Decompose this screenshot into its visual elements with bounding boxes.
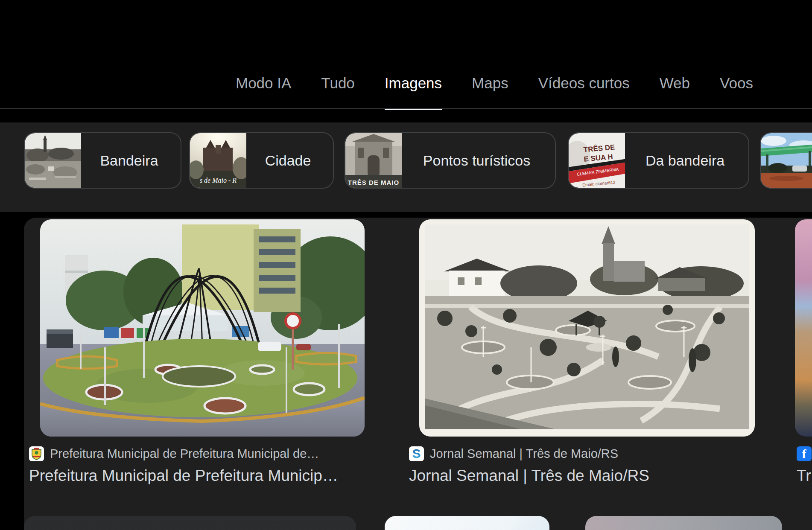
search-tabs: Modo IA Tudo Imagens Maps Vídeos curtos …	[236, 73, 753, 108]
result-1-source: Prefeitura Municipal de Prefeitura Munic…	[50, 447, 319, 461]
tab-tudo[interactable]: Tudo	[321, 73, 354, 110]
result-3-title[interactable]: Tr	[797, 467, 811, 485]
chip-da-bandeira-label: Da bandeira	[625, 152, 748, 169]
chip-pontos-turisticos-label: Pontos turísticos	[402, 152, 555, 169]
tab-modo-ia[interactable]: Modo IA	[236, 73, 291, 110]
header: Modo IA Tudo Imagens Maps Vídeos curtos …	[0, 0, 812, 122]
tab-imagens[interactable]: Imagens	[385, 73, 442, 110]
result-1-source-row[interactable]: Prefeitura Municipal de Prefeitura Munic…	[29, 446, 319, 461]
google-images-results-page: { "nav": { "tabs": [ {"label": "Modo IA"…	[0, 0, 812, 530]
image-results-grid: Prefeitura Municipal de Prefeitura Munic…	[24, 218, 812, 530]
related-filter-chips-bar: Bandeira s de Maio - R Cidade	[0, 122, 812, 212]
facebook-icon: f	[797, 446, 812, 461]
svg-text:S: S	[412, 446, 421, 460]
chip-bandeira[interactable]: Bandeira	[24, 132, 181, 189]
tab-maps[interactable]: Maps	[472, 73, 508, 110]
chip-pontos-turisticos[interactable]: TRÊS DE MAIO Pontos turísticos	[345, 132, 556, 189]
cidade-thumbnail-icon: s de Maio - R	[190, 133, 246, 188]
bandeira-thumbnail-icon	[25, 133, 81, 188]
header-divider	[0, 108, 812, 109]
tab-web[interactable]: Web	[660, 73, 690, 110]
jornal-semanal-s-icon: S	[409, 446, 424, 461]
chip-da-bandeira[interactable]: TRÊS DE E SUA H CLEMAR ZIMMERMA Email: c…	[568, 132, 749, 189]
chip-cidade[interactable]: s de Maio - R Cidade	[189, 132, 334, 189]
svg-text:s de Maio - R: s de Maio - R	[200, 177, 237, 184]
result-2-photo-park-bw[interactable]	[419, 219, 755, 437]
municipal-crest-icon	[29, 446, 44, 461]
chip-bandeira-label: Bandeira	[81, 152, 181, 169]
result-2-source: Jornal Semanal | Três de Maio/RS	[430, 447, 618, 461]
row2-photo-2[interactable]	[385, 516, 549, 530]
result-3-photo-partial[interactable]	[795, 219, 812, 437]
row2-photo-1[interactable]	[24, 516, 356, 530]
result-2-title[interactable]: Jornal Semanal | Três de Maio/RS	[409, 467, 649, 485]
svg-text:TRÊS DE MAIO: TRÊS DE MAIO	[348, 179, 399, 186]
tab-voos[interactable]: Voos	[720, 73, 753, 110]
tab-imagens-label: Imagens	[385, 75, 442, 91]
row2-photo-3[interactable]	[585, 516, 782, 530]
da-bandeira-thumbnail-icon: TRÊS DE E SUA H CLEMAR ZIMMERMA Email: c…	[569, 133, 625, 188]
result-1-title[interactable]: Prefeitura Municipal de Prefeitura Munic…	[29, 467, 338, 485]
result-2-source-row[interactable]: S Jornal Semanal | Três de Maio/RS	[409, 446, 618, 461]
result-3-source-row[interactable]: f	[797, 446, 812, 461]
pontos-turisticos-thumbnail-icon: TRÊS DE MAIO	[345, 133, 402, 188]
result-1-photo-roundabout[interactable]	[40, 219, 365, 437]
green-gate-thumbnail-icon	[761, 133, 812, 188]
tab-videos-curtos[interactable]: Vídeos curtos	[538, 73, 630, 110]
chip-cidade-label: Cidade	[246, 152, 333, 169]
chip-partial-right[interactable]	[760, 132, 812, 189]
